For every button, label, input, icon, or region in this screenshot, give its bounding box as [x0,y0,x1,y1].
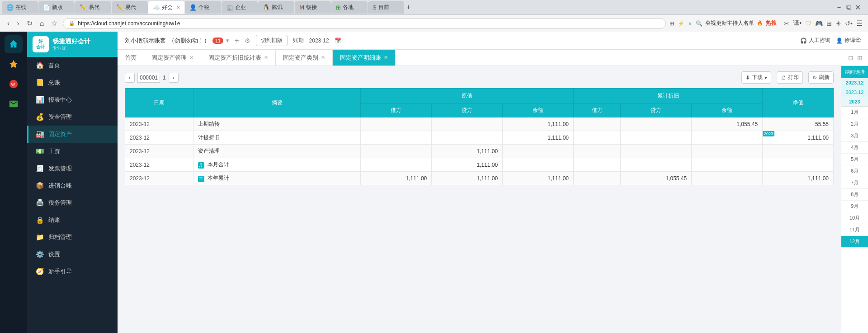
app-layout: W 好会计 畅捷通好会计 专业版 🏠 首页 📒 总账 [0,32,868,333]
browser-tab-chang[interactable]: Ⅿ 畅接 [295,1,331,14]
next-page-button[interactable]: › [169,73,179,83]
close-depreciation-stats-tab[interactable]: ✕ [264,55,268,61]
page-tab-home[interactable]: 首页 [118,50,144,66]
page-tab-fixed-assets-mgmt[interactable]: 固定资产管理 ✕ [144,50,201,66]
browser-tab-enterprise[interactable]: 🏢 企业 [222,1,258,14]
browser-tab-yidai2[interactable]: ✏️ 易代 [112,1,148,14]
close-window-button[interactable]: ✕ [855,3,861,12]
calendar-icon[interactable]: 📅 [335,38,341,44]
translate-icon[interactable]: 译• [793,19,802,28]
user-avatar[interactable]: 👤 徐译华 [836,37,861,44]
period-month-5[interactable]: 5月 [841,154,868,165]
period-month-2[interactable]: 2月 [841,118,868,130]
grid-icon[interactable]: ⊞ [826,20,832,27]
settings-gear-icon[interactable]: ⚙ [245,37,250,44]
browser-tab-haohui[interactable]: ☁️ 好会 ✕ [148,1,184,14]
prev-page-button[interactable]: ‹ [125,73,135,83]
period-month-7[interactable]: 7月 [841,177,868,189]
sidebar-item-ledger[interactable]: 📒 总账 [27,74,118,91]
period-year-active-1[interactable]: 2023.12 [841,78,868,88]
sidebar-item-invoice[interactable]: 🧾 发票管理 [27,160,118,177]
period-month-6[interactable]: 6月 [841,165,868,177]
cell-orig-balance-1: 1,111.00 [503,117,574,131]
sidebar-item-fixed-assets-label: 固定资产 [48,130,72,138]
page-tab-asset-detail[interactable]: 固定资产明细账 ✕ [333,50,396,66]
browser-tab-new[interactable]: 📄 新版 [38,1,75,14]
minimize-button[interactable]: － [835,3,843,12]
sidebar-item-settings[interactable]: ⚙️ 设置 [27,246,118,263]
restore-button[interactable]: ⧉ [846,3,851,11]
period-month-3[interactable]: 3月 [841,130,868,142]
sidebar-item-reports[interactable]: 📊 报表中心 [27,91,118,108]
browser-tab-yidai1[interactable]: ✏️ 易代 [75,1,111,14]
game-icon[interactable]: 🎮 [815,20,823,27]
forward-button[interactable]: › [15,18,21,29]
brightness-icon[interactable]: ☀ [835,20,841,27]
sidebar-item-fixed-assets[interactable]: 🏭 固定资产 [27,126,118,143]
period-month-11[interactable]: 11月 [841,224,868,236]
tab-label: 在线 [15,4,26,11]
quick-weibo-icon[interactable]: W [5,75,23,93]
sidebar-item-closing[interactable]: 🔒 结账 [27,211,118,229]
browser-tab-online[interactable]: 🌐 在线 [2,1,38,14]
back-button[interactable]: ‹ [5,18,11,29]
sidebar-nav: 🏠 首页 📒 总账 📊 报表中心 💰 资金管理 🏭 固定资产 💵 工资 [27,57,118,333]
maximize-pane-icon[interactable]: ⊞ [857,54,863,61]
period-month-10[interactable]: 10月 [841,212,868,224]
undo-icon[interactable]: ↺• [845,20,853,27]
period-month-8[interactable]: 8月 [841,189,868,201]
period-year-active-2[interactable]: 2023.12 [841,88,868,97]
period-month-4[interactable]: 4月 [841,142,868,154]
closing-nav-icon: 🔒 [36,216,44,224]
tab-label: 目前 [378,4,389,11]
sidebar-title-group: 畅捷通好会计 专业版 [52,37,90,52]
new-tab-button[interactable]: + [405,1,412,13]
download-button[interactable]: ⬇ 下载 ▾ [741,71,771,84]
sidebar-item-funds[interactable]: 💰 资金管理 [27,108,118,126]
bookmark-button[interactable]: ☆ [49,17,59,29]
browser-actions: ✂ 译• 🛡 🎮 ⊞ ☀ ↺• ☰ [784,19,863,28]
refresh-button[interactable]: ↻ 刷新 [808,71,834,84]
shield-icon[interactable]: 🛡 [805,20,811,27]
sidebar-item-home[interactable]: 🏠 首页 [27,57,118,74]
scissors-icon[interactable]: ✂ [784,20,789,27]
close-asset-category-tab[interactable]: ✕ [321,55,325,61]
sidebar-item-guide[interactable]: 🧭 新手引导 [27,263,118,280]
browser-tab-tencent[interactable]: 🐧 腾讯 [258,1,294,14]
quick-home-icon[interactable] [5,35,23,53]
page-tab-depreciation-stats[interactable]: 固定资产折旧统计表 ✕ [201,50,276,66]
page-number-input[interactable] [137,73,160,83]
tab-close-haohui[interactable]: ✕ [176,5,180,10]
period-month-12[interactable]: 12月 [841,236,868,248]
minimize-pane-icon[interactable]: ⊟ [848,54,854,61]
print-button[interactable]: 🖨 打印 [777,71,803,84]
period-year-2023[interactable]: 2023 [841,97,868,107]
cell-desc-5-text: 本年累计 [208,175,229,181]
sidebar-item-inventory[interactable]: 📦 进销台账 [27,177,118,194]
quick-star-icon[interactable] [5,55,23,73]
switch-version-button[interactable]: 切到旧版 [256,35,288,46]
cell-acc-credit-3 [621,145,692,158]
home-button[interactable]: ⌂ [38,18,46,29]
support-button[interactable]: 🎧 人工咨询 [800,37,830,44]
user-account-selector[interactable]: 刘小艳演示账套 （勿删勿动！） 11 ▾ [125,37,229,45]
close-asset-detail-tab[interactable]: ✕ [384,55,388,61]
tab-label: 腾讯 [272,4,283,11]
sidebar-item-archive[interactable]: 📁 归档管理 [27,229,118,246]
close-fixed-assets-mgmt-tab[interactable]: ✕ [189,55,193,61]
sidebar-item-tax[interactable]: 🖨️ 税务管理 [27,194,118,211]
tab-icon-yidai1: ✏️ [80,4,87,11]
sidebar-item-salary[interactable]: 💵 工资 [27,143,118,160]
browser-tab-mubiao[interactable]: S 目前 [368,1,404,14]
refresh-page-button[interactable]: ↻ [25,17,34,29]
period-month-1[interactable]: 1月 [841,107,868,118]
browser-tab-gedi[interactable]: ⊞ 各地 [331,1,368,14]
menu-icon[interactable]: ☰ [856,19,863,28]
url-input[interactable]: 🔒 https://cloud.chanjet.com/accounting/u… [63,18,666,29]
add-account-button[interactable]: + [235,37,239,45]
browser-tab-tax[interactable]: 👤 个税 [185,1,221,14]
page-tab-asset-category[interactable]: 固定资产类别 ✕ [276,50,333,66]
quick-mail-icon[interactable] [5,95,23,113]
page-tab-asset-detail-label: 固定资产明细账 [340,54,381,62]
period-month-9[interactable]: 9月 [841,201,868,212]
